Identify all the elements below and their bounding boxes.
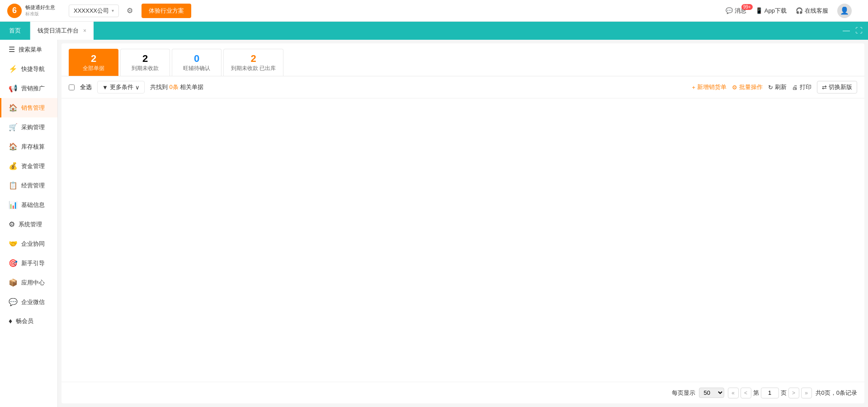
company-selector[interactable]: XXXXXX公司 ▾	[69, 5, 119, 17]
page-nav: « < 第 页 > »	[728, 388, 812, 398]
tab-minimize-button[interactable]: —	[841, 25, 852, 36]
switch-icon: ⇄	[822, 84, 827, 91]
tab-home[interactable]: 首页	[0, 22, 30, 40]
stat-number-shipped: 2	[231, 53, 276, 65]
stat-tab-shipped[interactable]: 2 到期未收款 已出库	[223, 49, 283, 76]
filter-icon: ▼	[102, 84, 108, 91]
sidebar-item-label: 基础信息	[21, 201, 45, 209]
stat-tab-all[interactable]: 2 全部单据	[69, 49, 118, 76]
settings-button[interactable]: ⚙	[123, 4, 137, 18]
sidebar-item-wechat[interactable]: 💬 企业微信	[0, 292, 57, 312]
sidebar-item-search[interactable]: ☰ 搜索菜单	[0, 40, 57, 59]
basic-icon: 📊	[9, 201, 18, 209]
sidebar-item-collab[interactable]: 🤝 企业协同	[0, 234, 57, 253]
stat-number-overdue: 2	[128, 53, 162, 65]
sidebar-item-sales[interactable]: 🏠 销售管理	[0, 98, 57, 117]
quick-nav-icon: ⚡	[9, 65, 18, 73]
table-area	[61, 98, 864, 382]
app-download-button[interactable]: 📱 App下载	[755, 7, 787, 15]
tab-label: 钱货日清工作台	[38, 27, 79, 35]
stats-tabs: 2 全部单据 2 到期未收款 0 旺辅待确认 2 到期未收款 已出库	[61, 43, 864, 76]
next-page-button[interactable]: >	[788, 388, 799, 398]
sidebar-item-label: 畅会员	[16, 317, 33, 325]
sidebar-item-operation[interactable]: 📋 经营管理	[0, 176, 57, 195]
message-icon: 💬	[726, 7, 733, 14]
trial-button[interactable]: 体验行业方案	[142, 4, 191, 18]
guide-icon: 🎯	[9, 259, 18, 267]
batch-operation-button[interactable]: ⚙ 批量操作	[732, 83, 763, 91]
content-inner: 2 全部单据 2 到期未收款 0 旺辅待确认 2 到期未收款 已出库	[61, 43, 864, 403]
per-page-label: 每页显示	[672, 389, 695, 397]
avatar[interactable]: 👤	[837, 4, 852, 18]
message-button[interactable]: 💬 消息 99+	[726, 7, 746, 15]
stat-number-all: 2	[76, 53, 111, 65]
stat-tab-overdue[interactable]: 2 到期未收款	[120, 49, 170, 76]
sidebar-item-label: 快捷导航	[21, 65, 45, 73]
filter-button[interactable]: ▼ 更多条件 ∨	[97, 81, 145, 94]
tabbar: 首页 钱货日清工作台 × — ⛶	[0, 22, 868, 40]
inventory-icon: 🏠	[9, 142, 18, 151]
stat-label-all: 全部单据	[76, 65, 111, 72]
operation-icon: 📋	[9, 181, 18, 190]
logo-icon: 6	[7, 4, 22, 18]
total-text: 共0页，0条记录	[816, 389, 857, 397]
sidebar-item-label: 营销推广	[21, 84, 45, 93]
batch-icon: ⚙	[732, 84, 737, 91]
page-number-input[interactable]	[761, 388, 779, 398]
sidebar-item-label: 企业微信	[21, 298, 45, 306]
sidebar-item-label: 应用中心	[21, 279, 45, 287]
print-button[interactable]: 🖨 打印	[792, 83, 811, 91]
finance-icon: 💰	[9, 162, 18, 170]
stat-number-pending: 0	[179, 53, 214, 65]
stat-tab-pending[interactable]: 0 旺辅待确认	[172, 49, 222, 76]
message-badge: 99+	[741, 4, 753, 10]
app-icon: 📱	[755, 7, 763, 14]
stat-label-pending: 旺辅待确认	[179, 65, 214, 72]
print-icon: 🖨	[792, 84, 798, 91]
member-icon: ♦	[9, 317, 12, 325]
sidebar-item-finance[interactable]: 💰 资金管理	[0, 156, 57, 176]
select-all-checkbox[interactable]	[69, 84, 75, 90]
tab-close-icon[interactable]: ×	[83, 28, 86, 34]
first-page-button[interactable]: «	[728, 388, 739, 398]
sidebar-item-inventory[interactable]: 🏠 库存核算	[0, 137, 57, 156]
sidebar-item-system[interactable]: ⚙ 系统管理	[0, 215, 57, 234]
page-label: 第	[753, 389, 759, 397]
sidebar-item-label: 销售管理	[21, 104, 45, 112]
purchase-icon: 🛒	[9, 123, 18, 131]
plus-icon: +	[692, 84, 695, 91]
sidebar-item-marketing[interactable]: 📢 营销推广	[0, 79, 57, 98]
sidebar-item-label: 经营管理	[21, 182, 45, 190]
tab-workbench[interactable]: 钱货日清工作台 ×	[30, 22, 94, 40]
pagination: 每页显示 10 20 50 100 « < 第 页 > » 共0页，0条记录	[61, 382, 864, 403]
prev-page-button[interactable]: <	[741, 388, 751, 398]
sidebar-item-basic[interactable]: 📊 基础信息	[0, 195, 57, 215]
sales-icon: 🏠	[9, 103, 18, 112]
stat-label-overdue: 到期未收款	[128, 65, 162, 72]
refresh-button[interactable]: ↻ 刷新	[768, 83, 787, 91]
topbar: 6 畅捷通好生意 标准版 XXXXXX公司 ▾ ⚙ 体验行业方案 💬 消息 99…	[0, 0, 868, 22]
per-page-select[interactable]: 10 20 50 100	[699, 388, 724, 398]
sidebar-item-label: 企业协同	[21, 240, 45, 248]
sidebar-item-quick-nav[interactable]: ⚡ 快捷导航	[0, 59, 57, 79]
sidebar-item-label: 新手引导	[21, 259, 45, 267]
logo-name: 畅捷通好生意	[25, 4, 55, 10]
last-page-button[interactable]: »	[801, 388, 812, 398]
sidebar-item-member[interactable]: ♦ 畅会员	[0, 312, 57, 331]
sidebar-item-purchase[interactable]: 🛒 采购管理	[0, 117, 57, 137]
switch-version-button[interactable]: ⇄ 切换新版	[817, 81, 857, 94]
sidebar-item-guide[interactable]: 🎯 新手引导	[0, 253, 57, 273]
wechat-icon: 💬	[9, 298, 18, 306]
sidebar-item-label: 搜索菜单	[19, 46, 42, 54]
batch-label: 批量操作	[739, 83, 763, 91]
toolbar: 全选 ▼ 更多条件 ∨ 共找到 0条 相关单据 + 新增销货单 ⚙	[61, 76, 864, 98]
new-order-button[interactable]: + 新增销货单	[692, 83, 726, 91]
print-label: 打印	[800, 83, 811, 91]
refresh-icon: ↻	[768, 84, 773, 91]
online-service-button[interactable]: 🎧 在线客服	[796, 7, 828, 15]
collab-icon: 🤝	[9, 239, 18, 248]
sidebar-item-apps[interactable]: 📦 应用中心	[0, 273, 57, 292]
select-all-label: 全选	[80, 83, 92, 91]
tab-maximize-button[interactable]: ⛶	[854, 25, 864, 36]
logo-sub: 标准版	[25, 11, 55, 17]
